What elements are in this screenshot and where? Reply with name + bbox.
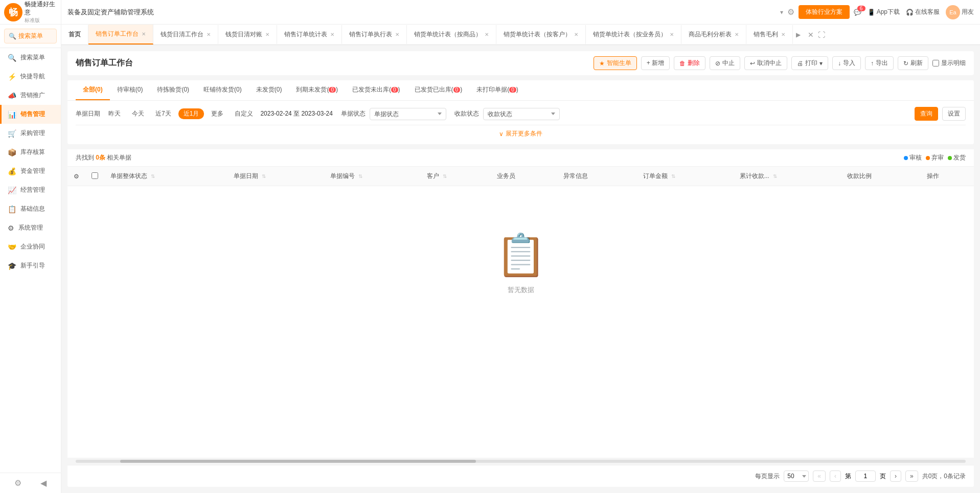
date-quick-更多[interactable]: 更多 (207, 108, 227, 119)
tab-7[interactable]: 销货单统计表（按客户）✕ (496, 25, 586, 44)
tab-close-icon[interactable]: ✕ (485, 32, 489, 37)
payment-select[interactable]: 收款状态 (483, 108, 560, 120)
sidebar-item-库存核算[interactable]: 📦库存核算 (0, 143, 61, 162)
last-page-btn[interactable]: » (905, 470, 918, 482)
sub-tab-已发货已出库[interactable]: 已发货已出库(0) (407, 80, 470, 100)
tab-close-icon[interactable]: ✕ (207, 32, 211, 37)
detail-checkbox-input[interactable] (932, 60, 939, 66)
settings-icon[interactable]: ⚙ (787, 7, 794, 17)
export-btn[interactable]: ↑ 导出 (865, 56, 894, 70)
message-badge[interactable]: 💬 6 (854, 9, 861, 16)
tab-close-icon[interactable]: ✕ (781, 32, 785, 37)
record-count: 0条 (96, 154, 105, 161)
col-abnormal: 异常信息 (557, 167, 637, 186)
tab-9[interactable]: 商品毛利分析表✕ (681, 25, 746, 44)
next-page-btn[interactable]: › (890, 470, 901, 482)
sub-tab-旺铺待发货[interactable]: 旺铺待发货(0) (196, 80, 249, 100)
import-btn[interactable]: ↓ 导入 (832, 56, 861, 70)
app-download-link[interactable]: 📱 App下载 (868, 8, 900, 16)
table-scroll[interactable]: ⚙ 单据整体状态 ⇅ 单据日期 ⇅ 单据编号 ⇅ 客户 ⇅ 业务员 异常信息 订… (67, 167, 974, 458)
expand-filter-btn[interactable]: ∨ 展开更多条件 (499, 129, 542, 138)
settings-bottom-icon[interactable]: ⚙ (14, 478, 21, 488)
prev-page-btn[interactable]: ‹ (830, 470, 841, 482)
collapse-icon[interactable]: ◀ (40, 478, 47, 488)
tab-2[interactable]: 钱货日清工作台✕ (153, 25, 218, 44)
tab-6[interactable]: 销货单统计表（按商品）✕ (407, 25, 496, 44)
page-input[interactable] (855, 470, 876, 482)
sidebar-item-基础信息[interactable]: 📋基础信息 (0, 199, 61, 218)
query-btn[interactable]: 查询 (915, 107, 938, 121)
tab-5[interactable]: 销售订单执行表✕ (342, 25, 407, 44)
sub-tab-已发货未出库[interactable]: 已发货未出库(0) (345, 80, 407, 100)
tab-3[interactable]: 钱货日清对账✕ (218, 25, 277, 44)
sidebar-item-搜索菜单[interactable]: 🔍搜索菜单 (0, 48, 61, 67)
sidebar-item-采购管理[interactable]: 🛒采购管理 (0, 124, 61, 143)
tab-8[interactable]: 销货单统计表（按业务员）✕ (586, 25, 681, 44)
stop-btn[interactable]: ⊘ 中止 (710, 56, 740, 70)
tab-close-icon[interactable]: ✕ (735, 32, 739, 37)
expand-icon: ∨ (499, 130, 504, 138)
batch-cancel-btn[interactable]: 弃审 (926, 153, 944, 162)
user-info[interactable]: Ea 用友 (946, 5, 974, 19)
sidebar-item-销售管理[interactable]: 📊销售管理 (0, 105, 61, 124)
date-quick-自定义[interactable]: 自定义 (231, 108, 257, 119)
smart-generate-btn[interactable]: ★ 智能生单 (594, 56, 637, 70)
date-quick-昨天[interactable]: 昨天 (104, 108, 125, 119)
cancel-stop-btn[interactable]: ↩ 取消中止 (744, 56, 787, 70)
batch-review-btn[interactable]: 审核 (904, 153, 922, 162)
system-dropdown-icon[interactable]: ▾ (780, 9, 783, 16)
sidebar-item-企业协同[interactable]: 🤝企业协同 (0, 237, 61, 256)
batch-ship-btn[interactable]: 发货 (948, 153, 966, 162)
delete-btn[interactable]: 🗑 删除 (674, 56, 705, 70)
tab-10[interactable]: 销售毛利✕ (746, 25, 793, 44)
tab-1[interactable]: 销售订单工作台✕ (88, 25, 153, 44)
tab-0[interactable]: 首页 (61, 25, 88, 44)
sub-tab-到期未发货[interactable]: 到期未发货(0) (289, 80, 345, 100)
sidebar-bottom: ⚙ ◀ (0, 473, 61, 493)
cancel-icon: ↩ (750, 60, 755, 67)
tab-close-icon[interactable]: ✕ (395, 32, 399, 37)
col-checkbox[interactable] (85, 167, 104, 186)
sub-tab-全部[interactable]: 全部(0) (76, 80, 110, 100)
sub-tab-未发货[interactable]: 未发货(0) (249, 80, 289, 100)
tab-close-icon[interactable]: ✕ (330, 32, 334, 37)
sidebar-item-系统管理[interactable]: ⚙系统管理 (0, 218, 61, 237)
first-page-btn[interactable]: « (813, 470, 826, 482)
sidebar-item-营销推广[interactable]: 📣营销推广 (0, 86, 61, 105)
sidebar-item-快捷导航[interactable]: ⚡快捷导航 (0, 67, 61, 86)
sidebar-item-经营管理[interactable]: 📈经营管理 (0, 181, 61, 199)
scroll-thumb[interactable] (120, 460, 476, 463)
tab-close-icon[interactable]: ✕ (265, 32, 269, 37)
search-menu-button[interactable]: 🔍 搜索菜单 (4, 29, 57, 43)
topbar: 装备及固定资产辅助管理系统 ▾ ⚙ 体验行业方案 💬 6 📱 App下载 🎧 在… (61, 0, 980, 25)
tab-close-icon[interactable]: ✕ (142, 31, 146, 37)
tab-close-all-btn[interactable]: ✕ (806, 31, 816, 39)
sub-tab-待审核[interactable]: 待审核(0) (110, 80, 150, 100)
logo-sub: 标准版 (25, 17, 57, 24)
online-service-link[interactable]: 🎧 在线客服 (906, 8, 940, 16)
col-settings[interactable]: ⚙ (67, 167, 85, 186)
date-quick-近1月[interactable]: 近1月 (178, 108, 204, 119)
print-btn[interactable]: 🖨 打印 ▾ (791, 56, 828, 70)
col-date: 单据日期 ⇅ (227, 167, 324, 186)
filter-settings-btn[interactable]: 设置 (942, 107, 966, 121)
sub-tab-未打印单据[interactable]: 未打印单据(0) (469, 80, 526, 100)
date-quick-今天[interactable]: 今天 (128, 108, 148, 119)
status-select[interactable]: 单据状态 (370, 108, 446, 120)
date-quick-近7天[interactable]: 近7天 (151, 108, 175, 119)
tab-close-icon[interactable]: ✕ (574, 32, 578, 37)
sub-tabs: 全部(0)待审核(0)待拣验货(0)旺铺待发货(0)未发货(0)到期未发货(0)… (67, 80, 974, 101)
industry-btn[interactable]: 体验行业方案 (799, 5, 850, 19)
refresh-btn[interactable]: ↻ 刷新 (898, 56, 928, 70)
show-detail-checkbox[interactable]: 显示明细 (932, 59, 966, 68)
tab-max-btn[interactable]: ⛶ (816, 31, 827, 39)
tab-4[interactable]: 销售订单统计表✕ (277, 25, 342, 44)
select-all-checkbox[interactable] (92, 172, 98, 179)
sub-tab-待拣验货[interactable]: 待拣验货(0) (150, 80, 196, 100)
new-btn[interactable]: + 新增 (641, 56, 670, 70)
sidebar-item-资金管理[interactable]: 💰资金管理 (0, 162, 61, 181)
tab-close-icon[interactable]: ✕ (670, 32, 674, 37)
per-page-select[interactable]: 2050100 (784, 470, 809, 482)
sidebar-item-新手引导[interactable]: 🎓新手引导 (0, 256, 61, 275)
tabs-nav-arrow[interactable]: ▶ (793, 31, 804, 38)
